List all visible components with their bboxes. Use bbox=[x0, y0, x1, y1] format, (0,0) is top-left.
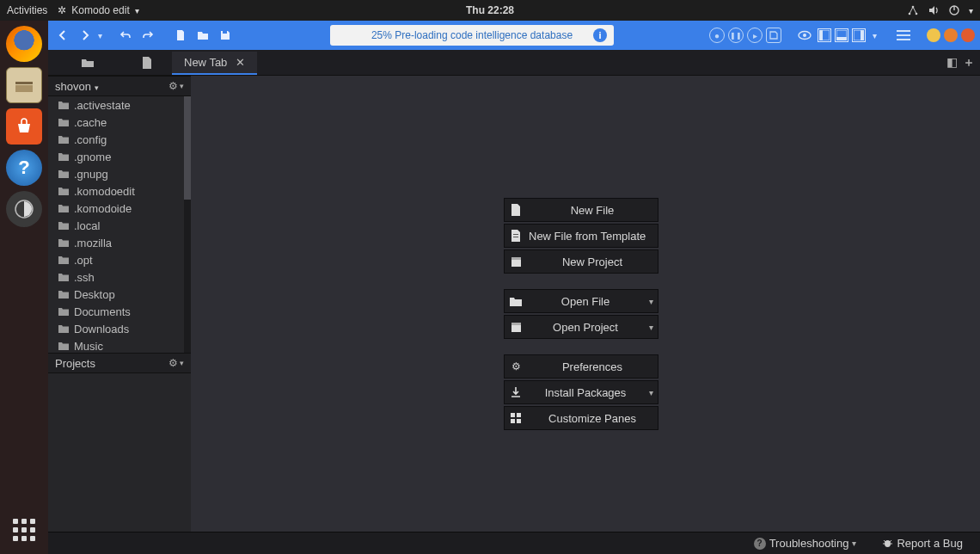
activities-button[interactable]: Activities bbox=[7, 4, 47, 16]
folder-open-icon bbox=[81, 57, 95, 69]
dock-show-apps[interactable] bbox=[12, 518, 36, 542]
new-file-button[interactable] bbox=[171, 26, 190, 45]
chevron-down-icon[interactable]: ▾ bbox=[969, 6, 973, 15]
save-button[interactable] bbox=[216, 26, 235, 45]
tree-item[interactable]: .komodoide bbox=[48, 200, 191, 217]
hamburger-menu[interactable] bbox=[894, 26, 913, 45]
download-icon bbox=[505, 387, 527, 397]
redo-button[interactable] bbox=[138, 26, 157, 45]
folder-icon bbox=[58, 290, 69, 299]
komodo-window: ▾ 25% Pre-loading code intelligence data… bbox=[48, 21, 980, 554]
focus-mode-icon[interactable] bbox=[795, 26, 814, 45]
tree-item[interactable]: .mozilla bbox=[48, 234, 191, 251]
tree-item[interactable]: Downloads bbox=[48, 320, 191, 337]
chevron-down-icon: ▾ bbox=[644, 297, 658, 306]
left-sidebar: shovon ▾ ⚙▾ .activestate.cache.config.gn… bbox=[48, 76, 191, 532]
sidebar-gear-icon[interactable]: ⚙▾ bbox=[168, 80, 184, 92]
nav-forward-button[interactable] bbox=[76, 26, 95, 45]
tab-close-icon[interactable]: ✕ bbox=[236, 56, 245, 69]
info-icon[interactable]: i bbox=[593, 28, 607, 42]
start-customize-panes[interactable]: Customize Panes bbox=[504, 406, 658, 430]
volume-icon[interactable] bbox=[928, 4, 940, 16]
svg-rect-24 bbox=[517, 413, 521, 417]
tree-item[interactable]: .cache bbox=[48, 114, 191, 131]
start-new-file-template[interactable]: New File from Template bbox=[504, 224, 658, 248]
play-macro-icon[interactable]: ▸ bbox=[747, 28, 763, 43]
tree-item[interactable]: Desktop bbox=[48, 286, 191, 303]
sidebar-projects-gear-icon[interactable]: ⚙▾ bbox=[168, 357, 184, 369]
start-open-project[interactable]: Open Project ▾ bbox=[504, 315, 658, 339]
svg-rect-5 bbox=[15, 82, 33, 84]
power-icon[interactable] bbox=[948, 4, 960, 16]
pane-bottom-icon[interactable] bbox=[835, 28, 848, 42]
tree-item[interactable]: .activestate bbox=[48, 96, 191, 114]
start-panel: New File New File from Template New Proj… bbox=[504, 198, 658, 440]
dock-software[interactable] bbox=[6, 108, 42, 145]
tree-item[interactable]: .opt bbox=[48, 251, 191, 268]
app-menu[interactable]: ✲ Komodo edit ▾ bbox=[58, 4, 138, 16]
nav-back-button[interactable] bbox=[53, 26, 72, 45]
tab-list-icon[interactable]: ◧ bbox=[946, 55, 958, 71]
start-install-packages[interactable]: Install Packages ▾ bbox=[504, 380, 658, 404]
tab-label: New Tab bbox=[184, 56, 227, 69]
scrollbar-thumb[interactable] bbox=[184, 96, 191, 200]
start-install-packages-label: Install Packages bbox=[527, 386, 644, 399]
folder-icon bbox=[58, 342, 69, 350]
start-open-file[interactable]: Open File ▾ bbox=[504, 289, 658, 313]
start-preferences[interactable]: ⚙ Preferences bbox=[504, 354, 658, 379]
tree-item[interactable]: .gnome bbox=[48, 148, 191, 165]
start-new-file-label: New File bbox=[527, 204, 658, 217]
network-icon[interactable] bbox=[907, 4, 919, 16]
svg-rect-12 bbox=[819, 30, 823, 40]
tab-add-icon[interactable]: ＋ bbox=[963, 55, 975, 71]
folder-icon bbox=[58, 324, 69, 333]
save-macro-icon[interactable] bbox=[766, 28, 781, 43]
box-open-icon bbox=[505, 322, 527, 333]
open-file-button[interactable] bbox=[193, 26, 212, 45]
status-troubleshooting-label: Troubleshooting bbox=[769, 537, 849, 550]
tree-item[interactable]: .local bbox=[48, 217, 191, 234]
tree-item[interactable]: Music bbox=[48, 337, 191, 353]
tree-item-label: .local bbox=[74, 219, 100, 232]
file-new-icon bbox=[505, 204, 527, 216]
folder-icon bbox=[58, 255, 69, 264]
dock-files[interactable] bbox=[6, 67, 42, 103]
dock-help[interactable]: ? bbox=[6, 150, 42, 186]
folder-icon bbox=[58, 307, 69, 316]
clock[interactable]: Thu 22:28 bbox=[466, 4, 514, 16]
editor-area: New File New File from Template New Proj… bbox=[191, 76, 980, 532]
pause-macro-icon[interactable]: ❚❚ bbox=[728, 28, 744, 43]
status-troubleshooting[interactable]: ? Troubleshooting ▾ bbox=[754, 537, 857, 550]
sidebar-tab-places[interactable] bbox=[53, 50, 122, 75]
tree-item-label: .gnupg bbox=[74, 168, 108, 181]
tree-item[interactable]: Documents bbox=[48, 303, 191, 320]
tab-bar: New Tab ✕ ◧ ＋ bbox=[48, 50, 980, 76]
tree-item[interactable]: .komodoedit bbox=[48, 182, 191, 200]
notification-dot-1[interactable] bbox=[927, 28, 940, 42]
gnome-top-bar: Activities ✲ Komodo edit ▾ Thu 22:28 ▾ bbox=[0, 0, 980, 21]
folder-icon bbox=[58, 273, 69, 281]
tree-item[interactable]: .config bbox=[48, 131, 191, 148]
file-tree[interactable]: .activestate.cache.config.gnome.gnupg.ko… bbox=[48, 96, 191, 353]
tree-item[interactable]: .gnupg bbox=[48, 165, 191, 182]
pane-dropdown-icon[interactable]: ▾ bbox=[869, 31, 880, 40]
sidebar-user-header[interactable]: shovon ▾ ⚙▾ bbox=[48, 76, 191, 96]
record-macro-icon[interactable]: ● bbox=[709, 28, 725, 43]
pane-left-icon[interactable] bbox=[818, 28, 831, 42]
start-new-file[interactable]: New File bbox=[504, 198, 658, 222]
sidebar-projects-header[interactable]: Projects ⚙▾ bbox=[48, 353, 191, 373]
folder-icon bbox=[58, 118, 69, 126]
dock-firefox[interactable] bbox=[6, 26, 42, 62]
notification-dot-2[interactable] bbox=[944, 28, 958, 42]
dock-komodo[interactable] bbox=[6, 191, 42, 227]
status-report-bug[interactable]: Report a Bug bbox=[882, 537, 963, 550]
pane-right-icon[interactable] bbox=[852, 28, 866, 42]
tree-item-label: .cache bbox=[74, 116, 107, 129]
nav-dropdown-icon[interactable]: ▾ bbox=[98, 31, 102, 40]
notification-dot-3[interactable] bbox=[961, 28, 975, 42]
sidebar-tab-files[interactable] bbox=[126, 50, 168, 75]
undo-button[interactable] bbox=[116, 26, 135, 45]
tab-new[interactable]: New Tab ✕ bbox=[172, 52, 257, 75]
start-new-project[interactable]: New Project bbox=[504, 249, 658, 274]
tree-item[interactable]: .ssh bbox=[48, 268, 191, 286]
